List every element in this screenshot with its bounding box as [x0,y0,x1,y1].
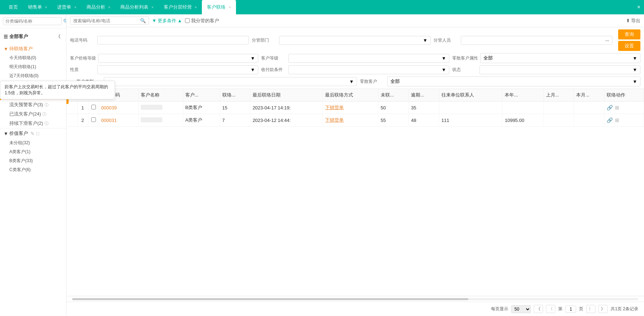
person-select[interactable]: ··· [461,36,612,45]
tab-customer-contact[interactable]: 客户联络 × [202,0,236,14]
th-cust-type[interactable]: 客户... [183,89,220,102]
chevron-down-icon4: ▼ [250,56,255,61]
export-btn[interactable]: ⬆ 导出 [626,18,640,24]
tab-product-list[interactable]: 商品分析列表 × [115,0,158,14]
sidebar-item-c[interactable]: C类客户(6) [0,165,66,174]
th-not-contact[interactable]: 未联... [378,89,409,102]
row2-last-method[interactable]: 下销货单 [323,114,378,127]
per-page-select[interactable]: 50 100 200 [511,305,531,313]
close-all-tabs[interactable]: × [637,4,640,10]
chevron-down-icon8: ▼ [441,67,446,72]
horizontal-scrollbar[interactable] [66,296,644,302]
row2-cust-type: A类客户 [183,114,220,127]
sidebar-item-declining[interactable]: 持续下滑客户(2) ⓘ [0,119,66,128]
search-icon[interactable]: 🔍 [140,18,146,23]
my-customers-checkbox[interactable] [185,18,190,23]
tab-sales[interactable]: 销售单 × [23,0,52,14]
level-select[interactable]: ▼ [288,54,449,63]
filter-level: 客户等级 ▼ [261,54,449,63]
sidebar-search-icon[interactable]: 🔍 [63,19,66,24]
settings-btn[interactable]: 设置 [618,41,640,51]
th-this-year[interactable]: 本年... [502,89,543,102]
row1-code[interactable]: 000039 [99,102,138,114]
table-header-row: ⚙ # 客户编码 客户名称 客户... [66,89,644,102]
retail-attr-select[interactable]: 全部 ▼ [480,53,640,63]
sidebar-section-pending-header[interactable]: ▼ 待联络客户 [0,44,66,53]
table-body: 1 000039 B类客户 15 2023-04-17 14:19: 下销货单 [66,102,644,127]
sidebar-item-churn-warn[interactable]: 流失预警客户(3) ⓘ [0,100,66,109]
edit-icon[interactable]: ✎ [31,131,34,136]
close-sales-icon[interactable]: × [45,5,47,9]
sidebar-item-b[interactable]: B类客户(33) [0,156,66,165]
th-this-month[interactable]: 本月... [574,89,604,102]
th-last-month[interactable]: 上月... [543,89,574,102]
query-btn[interactable]: 查询 [618,29,640,39]
sidebar-value-header[interactable]: ▼ 价值客户 ✎ □ [0,128,66,138]
scroll-thumb[interactable] [72,298,468,300]
scroll-track[interactable] [72,298,638,300]
row1-grid-icon[interactable]: ⊞ [615,105,619,110]
phone-input[interactable] [97,36,249,44]
cust-type-select[interactable]: ▼ [104,77,357,86]
payment-select[interactable]: ▼ [288,65,449,74]
sidebar-collapse-btn[interactable]: 《 [54,32,62,41]
row2-cb[interactable] [88,114,99,127]
th-overdue[interactable]: 逾期... [409,89,439,102]
main-search-input[interactable] [73,18,139,23]
tab-home[interactable]: 首页 [4,0,23,14]
sidebar-search-input[interactable] [3,17,62,25]
sidebar-all-customers[interactable]: ☰ 全部客户 《 [0,30,66,43]
next-page-btn[interactable]: 〉 [586,305,596,313]
row1-checkbox[interactable] [91,105,96,109]
tab-product-analysis[interactable]: 商品分析 × [82,0,115,14]
row2-checkbox[interactable] [91,117,96,122]
row2-code[interactable]: 000031 [99,114,138,127]
tab-customer-tier[interactable]: 客户分层经营 × [159,0,202,14]
th-last-method[interactable]: 最后联络方式 [323,89,378,102]
chevron-down-icon2: ▼ [4,131,8,136]
retail-select[interactable]: 全部 ▼ [387,76,640,86]
sidebar: 🔍 ☰ 全部客户 《 ▼ 待联络客户 今天待联络(0) 明天待联络(1) 近7天… [0,14,66,316]
status-select[interactable]: ▼ [479,65,640,74]
export-icon: ⬆ [626,18,630,23]
page-number-input[interactable] [565,306,576,313]
gender-select[interactable]: ▼ [97,65,258,74]
more-conditions-btn[interactable]: ▼ 更多条件 ▲ [152,18,182,24]
dept-select[interactable]: ▼ [279,36,431,45]
price-level-select[interactable]: ▼ [98,54,258,63]
close-product-analysis-icon[interactable]: × [108,5,110,9]
sidebar-item-churned[interactable]: 已流失客户(24) ⓘ [0,109,66,119]
prev-page-btn[interactable]: 〈 [546,305,555,313]
close-purchase-icon[interactable]: × [74,5,76,9]
row2-link-icon[interactable]: 🔗 [607,117,613,123]
sidebar-item-ungroup[interactable]: 未分组(32) [0,138,66,147]
row1-contact: 15 [220,102,250,114]
chevron-down-icon9: ▼ [633,67,637,72]
filter-row-3: 性质 ▼ 收付款条件 ▼ 状态 [70,65,640,74]
row2-last-date: 2023-04-12 14:44: [250,114,323,127]
th-name[interactable]: 客户名称 [138,89,183,102]
close-product-list-icon[interactable]: × [151,5,153,9]
sidebar-item-today[interactable]: 今天待联络(0) [0,53,66,62]
row1-not-contact: 50 [378,102,409,114]
row1-cb[interactable] [88,102,99,114]
sidebar-tree: ☰ 全部客户 《 ▼ 待联络客户 今天待联络(0) 明天待联络(1) 近7天待联… [0,28,66,316]
my-customers-toggle[interactable]: 我分管的客户 [185,18,219,24]
sidebar-item-a[interactable]: A类客户(1) [0,147,66,156]
th-contact[interactable]: 联络... [220,89,250,102]
close-customer-tier-icon[interactable]: × [195,5,197,9]
last-page-btn[interactable]: 》 [598,305,608,313]
info-icon2: ⓘ [45,102,48,108]
sidebar-item-tomorrow[interactable]: 明天待联络(1) [0,62,66,71]
th-last-date[interactable]: 最后联络日期 [250,89,323,102]
table-row: 1 000039 B类客户 15 2023-04-17 14:19: 下销货单 [66,102,644,114]
first-page-btn[interactable]: 《 [534,305,543,313]
sidebar-item-week[interactable]: 近7天待联络(0) [0,71,66,80]
close-customer-contact-icon[interactable]: × [228,5,231,9]
row2-grid-icon[interactable]: ⊞ [615,117,619,123]
row1-last-method[interactable]: 下销货单 [323,102,378,114]
add-icon[interactable]: □ [36,131,39,136]
row1-link-icon[interactable]: 🔗 [607,105,613,110]
tab-purchase[interactable]: 进货单 × [52,0,81,14]
th-unit-contact[interactable]: 往来单位联系人 [439,89,502,102]
